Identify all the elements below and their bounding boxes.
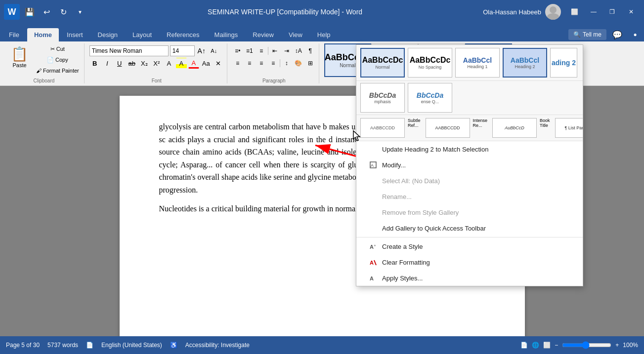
svg-text:A: A xyxy=(370,260,374,266)
menu-create-style[interactable]: A+ Create a Style xyxy=(356,238,583,254)
tell-me-input[interactable]: 🔍 Tell me xyxy=(568,29,606,40)
customize-qat-button[interactable]: ▼ xyxy=(73,5,87,19)
save-button[interactable]: 💾 xyxy=(23,5,37,19)
svg-point-0 xyxy=(550,6,557,13)
dropdown-style-list-para[interactable]: ¶ List Para... xyxy=(555,118,583,138)
align-left-button[interactable]: ≡ xyxy=(232,58,243,69)
tab-mailings[interactable]: Mailings xyxy=(208,28,245,41)
dropdown-style-heading1[interactable]: AaBbCcl Heading 1 xyxy=(455,48,500,78)
close-button[interactable]: ✕ xyxy=(622,5,640,19)
superscript-button[interactable]: X² xyxy=(151,58,162,69)
dropdown-style-normal-text: AaBbCcDc xyxy=(362,56,403,65)
subtle-ref-label-area: Subtle Ref... xyxy=(408,118,421,138)
align-right-button[interactable]: ≡ xyxy=(256,58,267,69)
dropdown-style-subtle-ref[interactable]: AABBCcDD xyxy=(360,118,405,138)
tab-references[interactable]: References xyxy=(160,28,206,41)
dropdown-style-heading2-partial[interactable]: ading 2 xyxy=(550,48,577,78)
underline-button[interactable]: U xyxy=(114,58,125,69)
dropdown-style-ading2-text: ading 2 xyxy=(552,59,576,67)
clipboard-content: 📋 Paste ✂ Cut 📄 Copy 🖌 Format Painter xyxy=(7,43,81,76)
zoom-out-button[interactable]: − xyxy=(555,342,558,349)
tab-home[interactable]: Home xyxy=(27,28,59,41)
menu-clear-formatting[interactable]: A Clear Formatting xyxy=(356,254,583,270)
increase-indent-button[interactable]: ⇥ xyxy=(281,45,292,56)
clear-formatting-inline-button[interactable]: ✕ xyxy=(213,58,224,69)
decrease-font-button[interactable]: A↓ xyxy=(209,45,219,56)
change-case-button[interactable]: Aa xyxy=(201,58,212,69)
dropdown-style-no-spacing-text: AaBbCcDc xyxy=(410,56,451,65)
numbering-button[interactable]: ≡1 xyxy=(244,45,255,56)
font-size-input[interactable] xyxy=(170,45,195,56)
menu-apply-styles[interactable]: A Apply Styles... xyxy=(356,270,583,286)
sort-button[interactable]: ↕A xyxy=(293,45,304,56)
dropdown-style-emphasis-label: mphasis xyxy=(374,99,391,104)
show-formatting-button[interactable]: ¶ xyxy=(305,45,316,56)
view-print-button[interactable]: 📄 xyxy=(520,342,528,349)
dropdown-style-intense-partial[interactable]: BbCcDa ense Q... xyxy=(408,83,452,113)
paragraph-label: Paragraph xyxy=(232,76,316,83)
view-web-button[interactable]: 🌐 xyxy=(532,342,539,349)
strikethrough-button[interactable]: ab xyxy=(127,58,137,69)
zoom-slider[interactable] xyxy=(562,341,611,349)
font-name-input[interactable] xyxy=(89,45,169,56)
align-center-button[interactable]: ≡ xyxy=(244,58,255,69)
subscript-button[interactable]: X₂ xyxy=(139,58,150,69)
paste-icon: 📋 xyxy=(11,46,28,62)
restore-button[interactable]: ❐ xyxy=(603,5,621,19)
dropdown-style-intense-ref[interactable]: AABBCcDD xyxy=(426,118,470,138)
styles-dropdown: AaBbCcDc Normal AaBbCcDc No Spacing AaBb… xyxy=(356,44,583,286)
cut-button[interactable]: ✂ Cut xyxy=(34,44,81,54)
justify-button[interactable]: ≡ xyxy=(268,58,279,69)
tab-file[interactable]: File xyxy=(2,28,26,41)
tab-review[interactable]: Review xyxy=(246,28,281,41)
minimize-button[interactable]: — xyxy=(585,5,602,19)
decrease-indent-button[interactable]: ⇤ xyxy=(269,45,280,56)
comments-button[interactable]: ● xyxy=(628,28,642,41)
dropdown-style-emphasis-partial[interactable]: BbCcDa mphasis xyxy=(360,83,405,113)
paste-label: Paste xyxy=(12,62,26,68)
tab-layout[interactable]: Layout xyxy=(126,28,159,41)
tab-design[interactable]: Design xyxy=(91,28,125,41)
view-focus-button[interactable]: ⬜ xyxy=(543,342,551,349)
redo-button[interactable]: ↻ xyxy=(56,5,70,19)
italic-button[interactable]: I xyxy=(102,58,113,69)
dropdown-style-normal[interactable]: AaBbCcDc Normal xyxy=(360,48,405,78)
increase-font-button[interactable]: A↑ xyxy=(196,45,207,56)
create-style-label: Create a Style xyxy=(382,243,423,250)
update-heading2-icon xyxy=(368,144,378,154)
svg-text:A: A xyxy=(370,244,374,250)
highlight-button[interactable]: A xyxy=(176,58,187,69)
share-button[interactable]: 💬 xyxy=(610,28,624,41)
format-painter-button[interactable]: 🖌 Format Painter xyxy=(34,66,81,76)
menu-modify[interactable]: A Modify... xyxy=(356,157,583,173)
user-area: Ola-Hassan Habeeb xyxy=(483,4,561,20)
copy-button[interactable]: 📄 Copy xyxy=(34,55,81,65)
text-effects-button[interactable]: A xyxy=(164,58,174,69)
status-bar-right: 📄 🌐 ⬜ − + 100% xyxy=(520,341,638,349)
paste-button[interactable]: 📋 Paste xyxy=(7,44,32,76)
intense-ref-label: Intense Re... xyxy=(473,118,488,128)
undo-button[interactable]: ↩ xyxy=(40,5,53,19)
bold-button[interactable]: B xyxy=(89,58,100,69)
list-para-text: ¶ List Para... xyxy=(564,125,583,130)
expand-button[interactable]: ⬜ xyxy=(566,5,584,19)
tab-view[interactable]: View xyxy=(282,28,309,41)
tab-help[interactable]: Help xyxy=(310,28,338,41)
menu-update-heading2[interactable]: Update Heading 2 to Match Selection xyxy=(356,141,583,157)
line-spacing-button[interactable]: ↕ xyxy=(281,58,292,69)
border-button[interactable]: ⊞ xyxy=(305,58,316,69)
search-icon: 🔍 xyxy=(573,31,581,38)
zoom-in-button[interactable]: + xyxy=(615,342,619,349)
dropdown-style-no-spacing[interactable]: AaBbCcDc No Spacing xyxy=(408,48,452,78)
intense-ref-label-area: Intense Re... xyxy=(473,118,488,138)
select-all-icon xyxy=(368,176,378,186)
bullets-button[interactable]: ≡• xyxy=(232,45,243,56)
shading-button[interactable]: 🎨 xyxy=(293,58,304,69)
multilevel-button[interactable]: ≡ xyxy=(256,45,267,56)
dropdown-style-book-title[interactable]: AuBbCcD xyxy=(492,118,537,138)
dropdown-style-heading2[interactable]: AaBbCcl Heading 2 xyxy=(503,48,547,78)
title-bar-right: Ola-Hassan Habeeb ⬜ — ❐ ✕ xyxy=(483,4,640,20)
menu-add-to-qat[interactable]: Add Gallery to Quick Access Toolbar xyxy=(356,220,583,236)
tab-insert[interactable]: Insert xyxy=(60,28,90,41)
font-color-button[interactable]: A xyxy=(188,58,199,69)
